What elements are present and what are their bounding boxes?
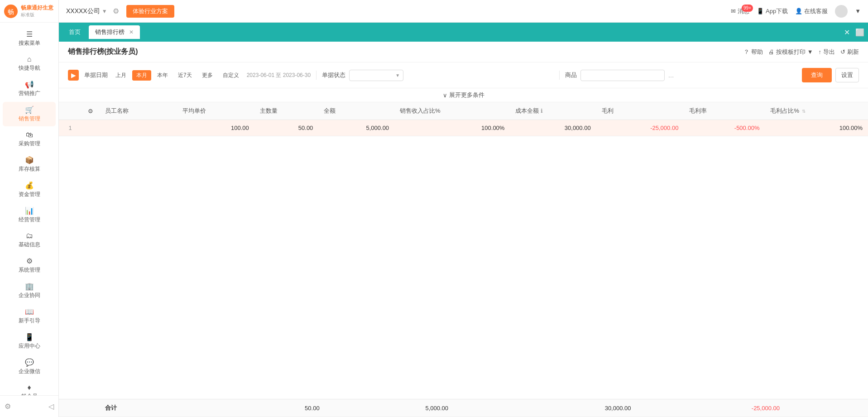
th-cost: 成本全额 ℹ: [510, 102, 596, 120]
sidebar-collapse-button[interactable]: ◁: [47, 400, 56, 412]
svg-text:畅: 畅: [8, 9, 14, 15]
guide-icon: 📖: [25, 307, 34, 316]
sidebar-item-enterprise[interactable]: 🏢 企业协同: [3, 278, 56, 303]
member-icon: ♦: [27, 383, 31, 392]
tab-expand-icon[interactable]: ⬜: [855, 28, 864, 37]
logo-main-text: 畅康通好生意: [21, 4, 53, 12]
goods-input[interactable]: [580, 70, 665, 81]
query-button[interactable]: 查询: [802, 68, 832, 82]
sidebar-item-finance[interactable]: 💰 资金管理: [3, 177, 56, 202]
basic-info-icon: 🗂: [26, 232, 33, 240]
company-dropdown-arrow: ▼: [102, 8, 107, 14]
gross-pct-sort-icon[interactable]: ⇅: [802, 109, 806, 114]
footer-row: 合计 50.00 5,000.00 30,000.00 -25,000.00: [59, 399, 868, 417]
table-header-row: ⚙ 员工名称 平均单价 主数量 全额 销售收入占比% 成本全额 ℹ 毛利 毛利率…: [59, 102, 868, 120]
tab-home[interactable]: 首页: [62, 25, 87, 39]
export-button[interactable]: ↑ 导出: [819, 48, 835, 56]
sidebar-bottom: ⚙ ◁: [0, 395, 58, 417]
online-service-button[interactable]: 👤 在线客服: [795, 7, 828, 15]
user-menu[interactable]: ▼: [855, 8, 861, 14]
date-custom-button[interactable]: 自定义: [219, 70, 243, 81]
expand-more-button[interactable]: ∨ 展开更多条件: [443, 91, 484, 99]
refresh-button[interactable]: ↺ 刷新: [840, 48, 859, 56]
online-service-label: 在线客服: [804, 7, 828, 15]
date-this-month-button[interactable]: 本月: [132, 70, 151, 81]
main: XXXXX公司 ▼ ⚙ 体验行业方案 ✉ 消息 99+ 📱 App下载 👤 在线…: [59, 0, 868, 417]
sidebar-item-marketing[interactable]: 📢 营销推广: [3, 77, 56, 101]
app-download-button[interactable]: 📱 App下载: [757, 7, 788, 15]
goods-filter-label: 商品: [565, 71, 577, 79]
th-amount: 全额: [318, 102, 394, 120]
print-dropdown-arrow: ▼: [807, 48, 813, 55]
sidebar-item-label: 企业微信: [19, 368, 40, 375]
sidebar-item-label: 系统管理: [19, 266, 40, 274]
help-icon: ？: [743, 48, 749, 56]
date-filter-group: 单据日期 上月 本月 本年 近7天 更多 自定义 2023-06-01 至 20…: [84, 70, 311, 81]
cost-help-icon[interactable]: ℹ: [541, 108, 543, 114]
sidebar-item-system[interactable]: ⚙ 系统管理: [3, 253, 56, 278]
th-rank: [59, 102, 82, 120]
footer-qty: 50.00: [227, 399, 325, 417]
sidebar-item-search[interactable]: ☰ 搜索菜单: [3, 26, 56, 51]
filter-collapse-button[interactable]: ▶: [68, 70, 79, 81]
sidebar-item-sales[interactable]: 🛒 销售管理: [3, 102, 56, 126]
td-qty: 50.00: [254, 120, 319, 136]
footer-gross-pct: [826, 399, 868, 417]
company-selector[interactable]: XXXXX公司 ▼: [66, 7, 107, 15]
goods-filter-group: 商品 …: [565, 70, 796, 81]
footer-avg-price: [186, 399, 227, 417]
sidebar-item-inventory[interactable]: 📦 库存核算: [3, 152, 56, 177]
operations-icon: 📊: [25, 206, 34, 215]
sidebar-item-guide[interactable]: 📖 新手引导: [3, 304, 56, 328]
date-range-display: 2023-06-01 至 2023-06-30: [247, 72, 311, 79]
date-filter-buttons: 上月 本月 本年 近7天 更多 自定义: [111, 70, 243, 81]
logo-icon: 畅: [4, 4, 18, 19]
inner-page: 销售排行榜(按业务员) ？ 帮助 🖨 按模板打印 ▼ ↑ 导出: [59, 42, 868, 417]
sidebar-item-label: 营销推广: [19, 90, 40, 97]
sidebar-item-label: 搜索菜单: [19, 39, 40, 47]
footer-empty-1: [59, 399, 82, 417]
tab-sales-rank[interactable]: 销售排行榜 ✕: [89, 25, 140, 39]
header-settings-icon[interactable]: ⚙: [113, 7, 119, 15]
sidebar-item-member[interactable]: ♦ 畅会员: [3, 380, 56, 395]
help-button[interactable]: ？ 帮助: [743, 48, 763, 56]
footer-sales-pct: [454, 399, 495, 417]
date-more-button[interactable]: 更多: [198, 70, 217, 81]
sidebar-item-label: 基础信息: [19, 241, 40, 249]
date-this-year-button[interactable]: 本年: [153, 70, 172, 81]
footer-label: 合计: [100, 399, 186, 417]
footer-amount: 5,000.00: [325, 399, 454, 417]
page-title-bar: 销售排行榜(按业务员) ？ 帮助 🖨 按模板打印 ▼ ↑ 导出: [59, 42, 868, 62]
sidebar-item-app-center[interactable]: 📱 应用中心: [3, 329, 56, 354]
date-last-7days-button[interactable]: 近7天: [174, 70, 196, 81]
sidebar-item-wechat[interactable]: 💬 企业微信: [3, 355, 56, 379]
page-actions: ？ 帮助 🖨 按模板打印 ▼ ↑ 导出 ↺ 刷新: [743, 48, 859, 56]
td-rank: 1: [59, 120, 82, 136]
notification-button[interactable]: ✉ 消息 99+: [731, 7, 749, 15]
page-content: 销售排行榜(按业务员) ？ 帮助 🖨 按模板打印 ▼ ↑ 导出: [59, 42, 868, 417]
avatar[interactable]: [835, 5, 848, 18]
tab-close-all-icon[interactable]: ✕: [844, 28, 850, 37]
sidebar-item-purchase[interactable]: 🛍 采购管理: [3, 127, 56, 151]
tab-close-icon[interactable]: ✕: [129, 29, 134, 35]
trial-button[interactable]: 体验行业方案: [126, 5, 174, 18]
sidebar-settings-button[interactable]: ⚙: [3, 400, 13, 412]
top-header-right: ✉ 消息 99+ 📱 App下载 👤 在线客服 ▼: [731, 5, 861, 18]
sidebar-logo: 畅 畅康通好生意 标准版: [0, 0, 58, 23]
td-amount: 5,000.00: [318, 120, 394, 136]
sidebar-item-label: 快捷导航: [19, 64, 40, 72]
sidebar-item-quick-nav[interactable]: ⌂ 快捷导航: [3, 52, 56, 76]
th-gear[interactable]: ⚙: [82, 102, 100, 120]
filter-settings-button[interactable]: 设置: [835, 68, 859, 82]
sidebar-item-basic-info[interactable]: 🗂 基础信息: [3, 228, 56, 252]
print-button[interactable]: 🖨 按模板打印 ▼: [768, 48, 813, 56]
status-select[interactable]: [349, 70, 403, 81]
goods-filter-more[interactable]: …: [668, 72, 674, 79]
status-select-wrapper: [349, 70, 403, 81]
print-icon: 🖨: [768, 48, 774, 55]
sidebar-nav: ☰ 搜索菜单 ⌂ 快捷导航 📢 营销推广 🛒 销售管理 🛍 采购管理 📦 库存核…: [0, 23, 58, 395]
td-gross-rate: -500.00%: [684, 120, 765, 136]
date-prev-month-button[interactable]: 上月: [111, 70, 130, 81]
sidebar-item-label: 应用中心: [19, 342, 40, 350]
sidebar-item-operations[interactable]: 📊 经营管理: [3, 203, 56, 227]
